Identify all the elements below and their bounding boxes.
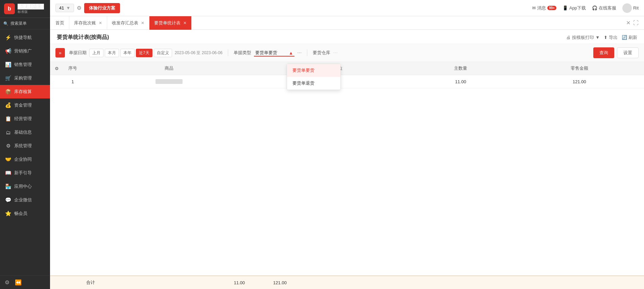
sidebar-search-section: 🔍 搜索菜单 [0, 18, 50, 29]
online-service-button[interactable]: 🎧 在线客服 [592, 5, 616, 11]
cell-qty: 11.00 [407, 75, 515, 88]
table-header-row: ⚙ 序号 商品 主计量单位 主数量 零售金额 [50, 62, 644, 75]
col-header-product: 商品 [82, 62, 256, 75]
warehouse-filter-section: 要货仓库 ··· [313, 50, 337, 56]
data-table: ⚙ 序号 商品 主计量单位 主数量 零售金额 1 [50, 62, 644, 88]
date-btn-last-month[interactable]: 上月 [89, 49, 103, 57]
sidebar-item-sales[interactable]: 📊 销售管理 [0, 58, 50, 71]
sidebar-nav: ⚡ 快捷导航 📢 营销推广 📊 销售管理 🛒 采购管理 📦 库存核算 💰 资金管… [0, 29, 50, 275]
date-range-display: 2023-05-06 至 2023-06-06 [175, 50, 222, 56]
table-row: 1 块 11.00 121.00 [50, 75, 644, 88]
warehouse-more-icon[interactable]: ··· [333, 50, 337, 56]
chevron-down-icon: ▼ [595, 35, 600, 40]
sidebar-item-basic[interactable]: 🗂 基础信息 [0, 126, 50, 139]
table-wrap: ⚙ 序号 商品 主计量单位 主数量 零售金额 1 [50, 62, 644, 275]
notification-button[interactable]: ✉ 消息 99+ [532, 5, 556, 11]
tab-close-collect-summary[interactable]: ✕ [141, 21, 144, 25]
operation-icon: 📋 [5, 115, 11, 122]
chevron-down-icon: ▼ [66, 5, 70, 10]
tab-bar: 首页 库存批次账 ✕ 收发存汇总表 ✕ 要货单统计表 ✕ ✕ ⛶ [50, 16, 644, 30]
col-header-settings[interactable]: ⚙ [50, 62, 64, 75]
date-filter-label: 单据日期 [69, 50, 87, 56]
tab-close-inventory-batch[interactable]: ✕ [99, 21, 102, 25]
sidebar-item-operation[interactable]: 📋 经营管理 [0, 112, 50, 126]
print-template-button[interactable]: 🖨 按模板打印 ▼ [566, 35, 600, 41]
trial-button[interactable]: 体验行业方案 [84, 3, 120, 13]
total-qty: 11.00 [219, 280, 260, 285]
sidebar-item-system[interactable]: ⚙ 系统管理 [0, 139, 50, 153]
sidebar-item-member[interactable]: ⭐ 畅会员 [0, 207, 50, 220]
header-left: 41 ▼ ⚙ 体验行业方案 [55, 3, 528, 13]
date-btn-last-7-days[interactable]: 近7天 [136, 49, 152, 57]
app-download-button[interactable]: 📱 App下载 [563, 5, 586, 11]
date-buttons: 上月 本月 本年 近7天 自定义 [89, 49, 172, 57]
filter-more-icon[interactable]: ··· [297, 50, 302, 56]
sidebar-settings-icon[interactable]: ⚙ [5, 279, 9, 286]
app-logo-text: 畅捷通好生意 标准版 [18, 4, 44, 14]
search-menu-button[interactable]: 🔍 搜索菜单 [3, 21, 47, 26]
tab-close-all-icon[interactable]: ✕ [626, 20, 630, 26]
system-icon: ⚙ [5, 142, 11, 149]
enterprise-icon: 🤝 [5, 156, 11, 163]
app-logo-icon: b [4, 3, 15, 14]
sidebar-collapse-icon[interactable]: ⏪ [15, 279, 22, 286]
sales-icon: 📊 [5, 61, 11, 68]
sidebar-item-marketing[interactable]: 📢 营销推广 [0, 44, 50, 58]
page-title-bar: 要货单统计表(按商品) 🖨 按模板打印 ▼ ⬆ 导出 🔄 刷新 [50, 30, 644, 44]
filter-toggle-button[interactable]: » [55, 48, 65, 58]
sidebar-item-purchase[interactable]: 🛒 采购管理 [0, 71, 50, 85]
tab-inventory-batch[interactable]: 库存批次账 ✕ [69, 16, 107, 30]
dropdown-item-order-goods[interactable]: 要货单要货 [287, 64, 340, 77]
sidebar-logo: b 畅捷通好生意 标准版 [0, 0, 50, 18]
tab-close-order-stats[interactable]: ✕ [183, 21, 187, 25]
sidebar-item-guide[interactable]: 📖 新手引导 [0, 166, 50, 180]
date-filter-section: 单据日期 上月 本月 本年 近7天 自定义 2023-05-06 至 2023-… [69, 49, 222, 57]
type-select-wrap: 要货单要货 要货单退货 ▲ [254, 49, 294, 57]
type-select[interactable]: 要货单要货 要货单退货 [254, 49, 294, 57]
date-btn-this-month[interactable]: 本月 [105, 49, 119, 57]
inventory-icon: 📦 [5, 88, 11, 95]
sidebar-item-app-center[interactable]: 🏪 应用中心 [0, 180, 50, 193]
message-icon: ✉ [532, 5, 536, 10]
settings-button[interactable]: 设置 [617, 47, 639, 58]
query-button[interactable]: 查询 [593, 47, 614, 58]
tab-expand-icon[interactable]: ⛶ [633, 20, 639, 26]
date-btn-custom[interactable]: 自定义 [154, 49, 172, 57]
headset-icon: 🎧 [592, 5, 597, 10]
tab-home[interactable]: 首页 [55, 16, 69, 30]
finance-icon: 💰 [5, 102, 11, 109]
sidebar-item-quick-nav[interactable]: ⚡ 快捷导航 [0, 31, 50, 44]
sidebar: b 畅捷通好生意 标准版 🔍 搜索菜单 ⚡ 快捷导航 📢 营销推广 📊 销售管理… [0, 0, 50, 289]
col-header-qty: 主数量 [407, 62, 515, 75]
purchase-icon: 🛒 [5, 75, 11, 82]
print-icon: 🖨 [566, 35, 571, 40]
tab-order-stats[interactable]: 要货单统计表 ✕ [149, 16, 192, 30]
top-header: 41 ▼ ⚙ 体验行业方案 ✉ 消息 99+ 📱 App下载 🎧 在线客服 R [50, 0, 644, 16]
wechat-icon: 💬 [5, 197, 11, 203]
export-button[interactable]: ⬆ 导出 [604, 35, 618, 41]
cell-no: 1 [64, 75, 82, 88]
filter-bar: » 单据日期 上月 本月 本年 近7天 自定义 2023-05-06 至 202… [50, 44, 644, 62]
sidebar-item-wechat[interactable]: 💬 企业微信 [0, 193, 50, 207]
filter-divider-1 [228, 49, 228, 56]
store-selector[interactable]: 41 ▼ [55, 4, 74, 12]
user-menu[interactable]: Rit [622, 3, 639, 13]
member-icon: ⭐ [5, 210, 11, 217]
avatar [622, 3, 632, 13]
cell-product [82, 75, 256, 88]
header-settings-icon[interactable]: ⚙ [77, 5, 81, 11]
dropdown-item-return-goods[interactable]: 要货单退货 [287, 77, 340, 90]
col-header-amount: 零售金额 [515, 62, 644, 75]
refresh-button[interactable]: 🔄 刷新 [622, 35, 637, 41]
date-btn-this-year[interactable]: 本年 [120, 49, 135, 57]
tab-collect-summary[interactable]: 收发存汇总表 ✕ [107, 16, 149, 30]
total-amount: 121.00 [260, 280, 300, 285]
filter-actions: 查询 设置 [593, 47, 639, 58]
sidebar-item-finance[interactable]: 💰 资金管理 [0, 98, 50, 112]
warehouse-filter-label: 要货仓库 [313, 50, 330, 56]
sidebar-item-enterprise[interactable]: 🤝 企业协同 [0, 153, 50, 166]
tab-bar-actions: ✕ ⛶ [626, 20, 639, 26]
sidebar-item-inventory[interactable]: 📦 库存核算 [0, 85, 50, 98]
header-right: ✉ 消息 99+ 📱 App下载 🎧 在线客服 Rit [532, 3, 639, 13]
quick-nav-icon: ⚡ [5, 34, 11, 41]
